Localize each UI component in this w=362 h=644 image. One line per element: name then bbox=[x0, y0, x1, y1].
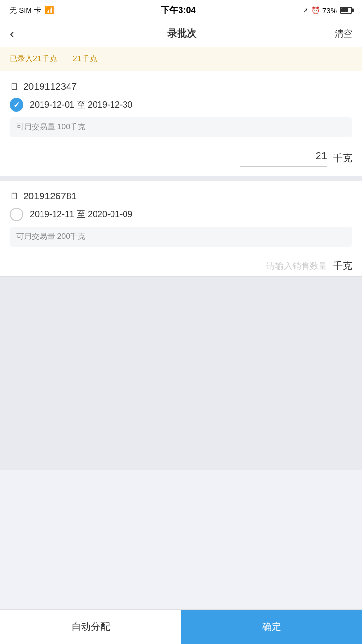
batch-radio-2[interactable] bbox=[10, 208, 23, 221]
batch-date-row-2[interactable]: 2019-12-11 至 2020-01-09 bbox=[10, 208, 352, 221]
batch-icon-1: 🗒 bbox=[10, 81, 19, 92]
battery-percent: 73% bbox=[322, 6, 337, 14]
status-bar: 无 SIM 卡 📶 下午3:04 ↗ ⏰ 73% bbox=[0, 0, 362, 20]
wifi-icon: 📶 bbox=[45, 6, 54, 14]
bottom-action-bar: 自动分配 确定 bbox=[0, 609, 362, 644]
quantity-row-1: 21 千克 bbox=[0, 145, 362, 167]
batch-id-row-2: 🗒 2019126781 bbox=[10, 191, 352, 202]
input-placeholder-2: 请输入销售数量 bbox=[266, 260, 327, 272]
check-icon-1: ✓ bbox=[14, 100, 20, 110]
no-sim-text: 无 SIM 卡 bbox=[10, 6, 41, 15]
recorded-amount: 已录入21千克 bbox=[10, 54, 57, 64]
battery-icon bbox=[340, 7, 352, 14]
batch-date-2: 2019-12-11 至 2020-01-09 bbox=[30, 209, 132, 220]
batch-card-2: 🗒 2019126781 2019-12-11 至 2020-01-09 可用交… bbox=[0, 181, 362, 277]
total-amount: 21千克 bbox=[73, 54, 97, 64]
batch-available-1: 可用交易量 100千克 bbox=[10, 117, 352, 137]
auto-distribute-button[interactable]: 自动分配 bbox=[0, 610, 181, 644]
status-time: 下午3:04 bbox=[161, 4, 195, 16]
location-icon: ↗ bbox=[303, 6, 308, 14]
unit-label-2: 千克 bbox=[333, 259, 352, 272]
page-title: 录批次 bbox=[167, 27, 196, 40]
batch-radio-1[interactable]: ✓ bbox=[10, 98, 23, 112]
info-banner: 已录入21千克 21千克 bbox=[0, 47, 362, 71]
quantity-value-1: 21 bbox=[308, 150, 327, 162]
quantity-input-area-2[interactable]: 请输入销售数量 千克 bbox=[0, 254, 362, 277]
clock-icon: ⏰ bbox=[311, 6, 320, 14]
batch-available-2: 可用交易量 200千克 bbox=[10, 227, 352, 247]
bottom-area bbox=[0, 277, 362, 470]
batch-icon-2: 🗒 bbox=[10, 191, 19, 202]
back-button[interactable]: ‹ bbox=[10, 26, 29, 42]
quantity-unit-1: 千克 bbox=[333, 152, 352, 165]
batch-date-row-1[interactable]: ✓ 2019-12-01 至 2019-12-30 bbox=[10, 98, 352, 112]
batch-card-1: 🗒 2019112347 ✓ 2019-12-01 至 2019-12-30 可… bbox=[0, 71, 362, 176]
status-left: 无 SIM 卡 📶 bbox=[10, 6, 54, 15]
section-divider bbox=[0, 176, 362, 181]
status-right: ↗ ⏰ 73% bbox=[303, 6, 352, 14]
batch-available-text-2: 可用交易量 200千克 bbox=[16, 232, 85, 240]
banner-divider bbox=[65, 55, 65, 64]
confirm-button[interactable]: 确定 bbox=[181, 610, 362, 644]
batch-available-text-1: 可用交易量 100千克 bbox=[16, 123, 85, 131]
batch-id-2: 2019126781 bbox=[23, 191, 77, 202]
nav-bar: ‹ 录批次 清空 bbox=[0, 20, 362, 47]
batch-id-1: 2019112347 bbox=[23, 81, 77, 92]
batch-id-row-1: 🗒 2019112347 bbox=[10, 81, 352, 92]
clear-button[interactable]: 清空 bbox=[335, 28, 352, 40]
batch-date-1: 2019-12-01 至 2019-12-30 bbox=[30, 99, 132, 111]
quantity-input-1[interactable]: 21 bbox=[240, 150, 327, 167]
